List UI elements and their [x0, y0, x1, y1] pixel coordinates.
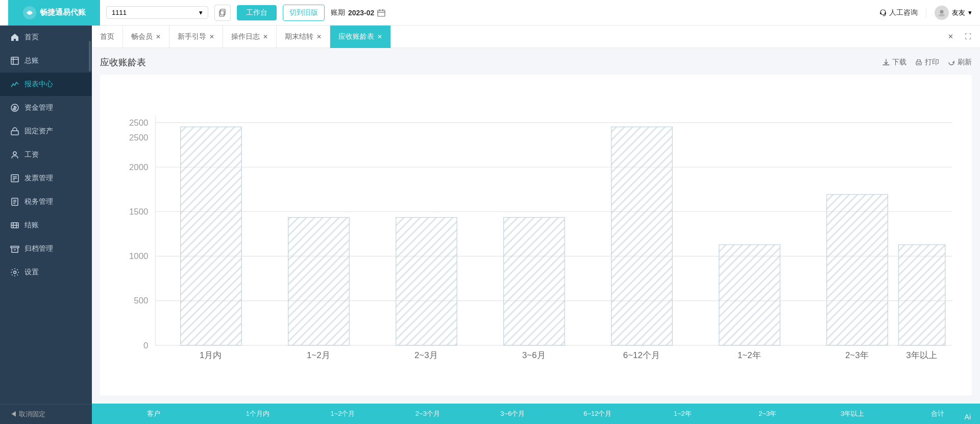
tab-ar-aging-close[interactable]: ✕ [377, 34, 382, 40]
chevron-down-icon: ▾ [199, 9, 203, 16]
funds-icon [10, 103, 19, 112]
tab-guide-label: 新手引导 [178, 32, 206, 41]
collapse-label: ◀ 取消固定 [10, 410, 45, 419]
tab-bar: 首页 畅会员 ✕ 新手引导 ✕ 操作日志 ✕ 期末结转 ✕ 应收账龄表 ✕ [92, 26, 980, 48]
period-area: 账期 2023-02 [331, 8, 385, 17]
tab-actions: ✕ ⛶ [938, 30, 980, 44]
download-button[interactable]: 下载 [882, 58, 906, 67]
table-col-2-3m: 2~3个月 [385, 409, 470, 418]
sidebar-label-settings: 设置 [24, 268, 39, 277]
tab-close-all-button[interactable]: ✕ [943, 30, 958, 44]
sidebar-item-invoice[interactable]: 发票管理 [0, 167, 92, 190]
tax-icon [10, 197, 19, 206]
page-actions: 下载 打印 刷新 [882, 58, 972, 67]
tab-guide[interactable]: 新手引导 ✕ [169, 26, 223, 48]
svg-rect-8 [880, 12, 881, 14]
sidebar-item-funds[interactable]: 资金管理 [0, 96, 92, 120]
header-right: 人工咨询 友友 ▾ [879, 6, 972, 20]
sidebar-label-ledger: 总账 [24, 56, 39, 65]
download-icon [882, 58, 890, 66]
svg-rect-11 [11, 57, 18, 64]
sidebar-item-settings[interactable]: 设置 [0, 261, 92, 284]
ai-badge[interactable]: Ai [955, 410, 980, 424]
table-col-1-2y: 1~2年 [640, 409, 725, 418]
period-value: 2023-02 [348, 9, 374, 17]
print-label: 打印 [925, 58, 939, 67]
tab-period-end-close[interactable]: ✕ [316, 34, 322, 40]
bar-1-2月 [288, 218, 350, 345]
tab-oplog[interactable]: 操作日志 ✕ [223, 26, 277, 48]
table-col-3-6m: 3~6个月 [470, 409, 555, 418]
svg-text:500: 500 [134, 296, 148, 305]
company-selector[interactable]: 1111 ▾ [106, 6, 208, 19]
content-area: 首页 畅会员 ✕ 新手引导 ✕ 操作日志 ✕ 期末结转 ✕ 应收账龄表 ✕ [92, 26, 980, 424]
tab-oplog-close[interactable]: ✕ [263, 34, 268, 40]
scrollbar-thumb [89, 41, 91, 72]
archive-icon [10, 244, 19, 253]
table-header: 客户 1个月内 1~2个月 2~3个月 3~6个月 6~12个月 1~2年 2~… [92, 404, 980, 424]
switch-old-button[interactable]: 切到旧版 [283, 5, 325, 21]
table-col-3yplus: 3年以上 [810, 409, 895, 418]
table-col-customer: 客户 [92, 409, 215, 418]
sidebar-item-payroll[interactable]: 工资 [0, 143, 92, 167]
payroll-icon [10, 150, 19, 159]
svg-text:1~2年: 1~2年 [738, 350, 761, 360]
svg-text:3~6月: 3~6月 [522, 350, 546, 360]
consult-button[interactable]: 人工咨询 [879, 8, 918, 17]
sidebar-label-invoice: 发票管理 [24, 174, 53, 183]
tab-expand-button[interactable]: ⛶ [961, 30, 975, 44]
refresh-button[interactable]: 刷新 [947, 58, 972, 67]
bar-3年以上 [898, 245, 945, 345]
refresh-icon [947, 58, 955, 66]
tab-member-label: 畅会员 [131, 32, 153, 41]
tab-member-close[interactable]: ✕ [156, 34, 161, 40]
svg-rect-3 [378, 10, 385, 16]
print-icon [915, 58, 923, 66]
workbench-button[interactable]: 工作台 [237, 5, 277, 20]
print-button[interactable]: 打印 [915, 58, 939, 67]
svg-point-31 [14, 271, 16, 274]
svg-rect-29 [11, 246, 19, 248]
tab-member[interactable]: 畅会员 ✕ [123, 26, 169, 48]
svg-rect-1 [220, 9, 225, 15]
avatar [935, 6, 949, 20]
sidebar-item-ledger[interactable]: 总账 [0, 49, 92, 73]
user-area[interactable]: 友友 ▾ [935, 6, 972, 20]
assets-icon [10, 127, 19, 136]
tab-period-end[interactable]: 期末结转 ✕ [277, 26, 330, 48]
svg-text:2000: 2000 [129, 162, 149, 172]
sidebar-item-reports[interactable]: 报表中心 [0, 73, 92, 96]
settings-icon [10, 268, 19, 277]
table-col-2-3y: 2~3年 [725, 409, 810, 418]
main-layout: 首页 总账 报表中心 资金管理 固定资产 工资 发票管理 税务管理 [0, 26, 980, 424]
sidebar-item-home[interactable]: 首页 [0, 26, 92, 49]
divider [926, 8, 926, 18]
tab-home[interactable]: 首页 [92, 26, 123, 48]
sidebar-label-payroll: 工资 [24, 150, 39, 159]
logo-text: 畅捷通易代账 [40, 8, 86, 17]
tab-period-end-label: 期末结转 [285, 32, 313, 41]
table-col-6-12m: 6~12个月 [555, 409, 640, 418]
bar-2-3年 [827, 195, 888, 345]
tab-home-label: 首页 [100, 32, 114, 41]
sidebar-item-tax[interactable]: 税务管理 [0, 190, 92, 214]
sidebar-item-archive[interactable]: 归档管理 [0, 237, 92, 261]
sidebar-item-checkout[interactable]: 结账 [0, 214, 92, 237]
sidebar-label-assets: 固定资产 [24, 127, 53, 136]
copy-button[interactable] [214, 5, 231, 21]
svg-text:2~3年: 2~3年 [845, 350, 869, 360]
user-chevron-icon: ▾ [968, 9, 972, 16]
svg-text:1月内: 1月内 [200, 350, 222, 360]
tab-ar-aging[interactable]: 应收账龄表 ✕ [330, 26, 391, 48]
sidebar-collapse-button[interactable]: ◀ 取消固定 [0, 404, 92, 424]
svg-text:1500: 1500 [129, 207, 149, 217]
logo-icon [22, 6, 37, 20]
svg-point-16 [13, 152, 16, 155]
tab-guide-close[interactable]: ✕ [209, 34, 214, 40]
chart-container: 0 500 1000 1500 2000 2500 2500 [100, 75, 972, 395]
sidebar-label-checkout: 结账 [24, 221, 39, 230]
svg-rect-33 [917, 63, 920, 64]
svg-point-10 [940, 10, 944, 13]
sidebar-item-assets[interactable]: 固定资产 [0, 120, 92, 143]
bar-2-3月 [396, 218, 457, 345]
